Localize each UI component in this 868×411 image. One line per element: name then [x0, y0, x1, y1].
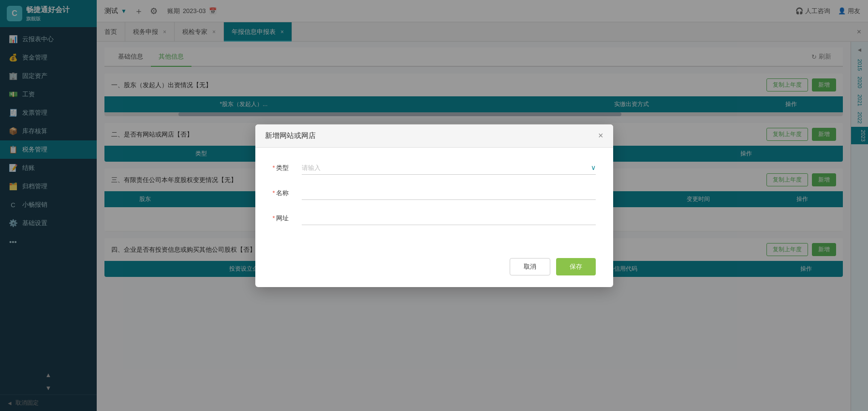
- url-input[interactable]: [302, 212, 596, 225]
- dialog-footer: 取消 保存: [255, 250, 613, 287]
- type-input-wrap: ∨: [302, 161, 596, 175]
- dialog-overlay: 新增网站或网店 × *类型 ∨ *名称: [0, 0, 868, 411]
- dialog-header: 新增网站或网店 ×: [255, 124, 613, 148]
- name-label-text: 名称: [276, 189, 289, 197]
- name-input-wrap: [302, 186, 596, 200]
- type-input[interactable]: [302, 161, 596, 174]
- form-field-name: *名称: [273, 186, 596, 200]
- form-field-type: *类型 ∨: [273, 161, 596, 175]
- save-button[interactable]: 保存: [556, 258, 596, 275]
- dialog-close-btn[interactable]: ×: [598, 131, 603, 140]
- name-input[interactable]: [302, 186, 596, 199]
- form-label-url: *网址: [273, 214, 302, 223]
- cancel-button[interactable]: 取消: [510, 258, 550, 275]
- url-input-wrap: [302, 212, 596, 225]
- dialog-add-website: 新增网站或网店 × *类型 ∨ *名称: [255, 124, 613, 287]
- url-label-text: 网址: [276, 214, 289, 222]
- form-field-url: *网址: [273, 212, 596, 225]
- form-label-type: *类型: [273, 164, 302, 172]
- dialog-title: 新增网站或网店: [265, 131, 316, 140]
- dialog-body: *类型 ∨ *名称 *网址: [255, 148, 613, 250]
- type-label-text: 类型: [276, 164, 289, 171]
- form-label-name: *名称: [273, 189, 302, 198]
- type-dropdown-icon[interactable]: ∨: [591, 164, 596, 171]
